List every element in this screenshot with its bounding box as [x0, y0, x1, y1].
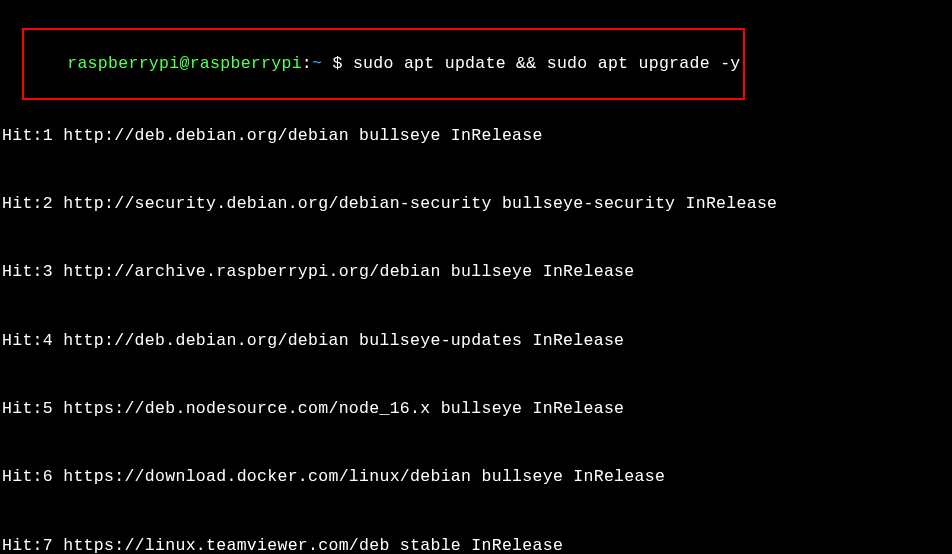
prompt-colon: : — [302, 54, 312, 73]
terminal-window: raspberrypi@raspberrypi:~ $ sudo apt upd… — [2, 5, 950, 554]
output-line: Hit:3 http://archive.raspberrypi.org/deb… — [2, 261, 950, 284]
output-line: Hit:7 https://linux.teamviewer.com/deb s… — [2, 535, 950, 554]
output-line: Hit:4 http://deb.debian.org/debian bulls… — [2, 330, 950, 353]
command-input[interactable]: sudo apt update && sudo apt upgrade -y — [353, 54, 741, 73]
prompt-path: ~ — [312, 54, 322, 73]
output-line: Hit:1 http://deb.debian.org/debian bulls… — [2, 125, 950, 148]
output-line: Hit:6 https://download.docker.com/linux/… — [2, 466, 950, 489]
output-line: Hit:5 https://deb.nodesource.com/node_16… — [2, 398, 950, 421]
output-line: Hit:2 http://security.debian.org/debian-… — [2, 193, 950, 216]
prompt-user-host: raspberrypi@raspberrypi — [67, 54, 302, 73]
prompt-dollar: $ — [322, 54, 353, 73]
command-prompt-line[interactable]: raspberrypi@raspberrypi:~ $ sudo apt upd… — [22, 28, 744, 100]
